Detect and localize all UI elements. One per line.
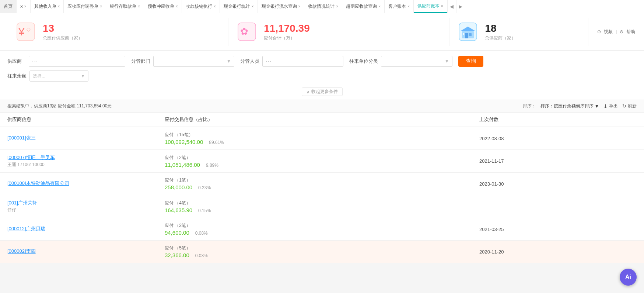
last-payment-4: 2021-03-25 (479, 227, 637, 232)
col-header-payable: 应付交易信息（占比） (165, 116, 479, 123)
table-body: [000001]张三 应付 （15笔） 100,092,540.00 89.61… (0, 127, 644, 263)
nav-cash-stat[interactable]: 现金银行统计 × (220, 0, 258, 13)
nav-close-bank[interactable]: × (138, 4, 140, 8)
unit-class-select[interactable]: ▼ (381, 56, 452, 67)
help-icon: ⊙ (620, 29, 623, 34)
nav-next[interactable]: ▶ (456, 0, 465, 13)
nav-close-supplier-book[interactable]: × (441, 4, 443, 8)
search-button[interactable]: 查询 (458, 56, 483, 67)
nav-close-collection-stat[interactable]: × (336, 4, 338, 8)
collapse-label: 收起更多条件 (311, 89, 338, 95)
result-actions: 排序： 排序：按应付余额倒序排序 ▼ ⤓ 导出 ↻ 刷新 (523, 103, 637, 109)
nav-collection-exec[interactable]: 收款核销执行 × (182, 0, 220, 13)
table-row: [000002]李四 应付 （5笔） 32,366.00 0.03% 2020-… (0, 241, 644, 263)
nav-prev[interactable]: ◀ (447, 0, 456, 13)
nav-close-overdue-ar[interactable]: × (378, 4, 381, 8)
payable-info-3: 应付 （4笔） 164,635.90 0.15% (165, 200, 479, 213)
person-label: 分管人员 (240, 58, 259, 65)
nav-close-tab3[interactable]: × (24, 4, 27, 8)
unit-class-chevron: ▼ (445, 59, 449, 64)
table-row: [000100]本特勒油品有限公司 应付 （1笔） 258,000.00 0.2… (0, 173, 644, 195)
refresh-button[interactable]: ↻ 刷新 (622, 103, 637, 109)
collapse-bar: ∧ 收起更多条件 (7, 85, 637, 96)
supplier-link-4[interactable]: [000012]广州贝瑞 (7, 226, 45, 231)
supplier-link-3[interactable]: [001]广州荣轩 (7, 200, 37, 206)
video-link[interactable]: 视频 (604, 29, 613, 35)
table-row: [000007]恒旺二手叉车 王通 17106110000 应付 （2笔） 11… (0, 150, 644, 173)
supplier-contact-1: 王通 17106110000 (7, 162, 165, 168)
nav-collection-stat[interactable]: 收款情况统计 × (304, 0, 342, 13)
refresh-label: 刷新 (628, 103, 637, 109)
supplier-contact-3: 仔仔 (7, 207, 165, 213)
nav-close-ar-ap[interactable]: × (100, 4, 102, 8)
payable-percent-0: 89.61% (209, 140, 224, 145)
supplier-link-1[interactable]: [000007]恒旺二手叉车 (7, 155, 55, 160)
summary-total-amount-text: 11,170.39 应付合计（万） (264, 22, 310, 42)
nav-cash-flow[interactable]: 现金银行流水查询 × (258, 0, 305, 13)
col-header-last-payment: 上次付数 (479, 116, 637, 123)
payable-percent-5: 0.03% (195, 253, 208, 258)
total-amount-label: 应付合计（万） (264, 35, 310, 41)
supplier-dots: ··· (32, 58, 38, 65)
collapse-button[interactable]: ∧ 收起更多条件 (302, 87, 343, 96)
table-row: [000012]广州贝瑞 应付 （2笔） 94,600.00 0.08% 202… (0, 218, 644, 241)
nav-supplier-book[interactable]: 供应商账本 × (414, 0, 447, 13)
help-link[interactable]: 帮助 (626, 29, 635, 35)
summary-card-total-suppliers: 18 总供应商（家） (449, 18, 588, 46)
table-row: [001]广州荣轩 仔仔 应付 （4笔） 164,635.90 0.15% (0, 195, 644, 218)
nav-customer-book[interactable]: 客户账本 × (385, 0, 414, 13)
nav-bank-deposit[interactable]: 银行存取款单 × (106, 0, 144, 13)
summary-payable-suppliers-text: 13 总应付供应商（家） (43, 22, 83, 42)
balance-chevron: ▼ (81, 73, 85, 79)
balance-label: 往来余额 (7, 73, 27, 79)
total-amount-number: 11,170.39 (264, 22, 310, 35)
nav-prepay-ar[interactable]: 预收冲应收单 × (144, 0, 182, 13)
nav-close-other-income[interactable]: × (58, 4, 60, 8)
supplier-info-4: [000012]广州贝瑞 (7, 225, 165, 233)
nav-other-income[interactable]: 其他收入单 × (31, 0, 64, 13)
nav-tab3[interactable]: 3 × (17, 0, 31, 13)
nav-close-cash-flow[interactable]: × (298, 4, 301, 8)
filter-area: 供应商 ··· 分管部门 ▼ 分管人员 ··· (0, 51, 644, 100)
supplier-select[interactable]: ··· (29, 56, 125, 67)
payable-info-0: 应付 （15笔） 100,092,540.00 89.61% (165, 132, 479, 145)
supplier-info-1: [000007]恒旺二手叉车 王通 17106110000 (7, 154, 165, 168)
collapse-icon: ∧ (307, 89, 310, 94)
supplier-link-5[interactable]: [000002]李四 (7, 248, 36, 254)
payable-suppliers-label: 总应付供应商（家） (43, 35, 83, 41)
nav-close-customer-book[interactable]: × (407, 4, 410, 8)
nav-close-prepay[interactable]: × (176, 4, 178, 8)
refresh-icon: ↻ (622, 103, 626, 109)
payable-amount-3: 164,635.90 (165, 207, 192, 213)
payable-supplier-icon: ¥ ◇ (15, 21, 37, 43)
total-suppliers-label: 总供应商（家） (485, 35, 516, 41)
payable-percent-4: 0.08% (195, 231, 208, 236)
person-select[interactable]: ··· (262, 56, 343, 67)
nav-home[interactable]: 首页 (0, 0, 17, 13)
result-summary: 搜索结果中，供应商13家 应付金额 111,703,854.00元 (7, 103, 112, 109)
sort-button[interactable]: 排序：按应付余额倒序排序 ▼ (540, 103, 599, 109)
nav-close-cash-stat[interactable]: × (252, 4, 254, 8)
supplier-label: 供应商 (7, 58, 26, 65)
nav-ar-ap-adjust[interactable]: 应收应付调整单 × (64, 0, 106, 13)
summary-total-suppliers-text: 18 总供应商（家） (485, 22, 516, 42)
nav-close-collection-exec[interactable]: × (214, 4, 216, 8)
payable-percent-1: 9.89% (206, 163, 218, 168)
filter-row-2: 往来余额 选择... ▼ (7, 70, 637, 82)
filter-row-1: 供应商 ··· 分管部门 ▼ 分管人员 ··· (7, 56, 637, 67)
payable-percent-2: 0.23% (198, 185, 211, 190)
col-header-supplier: 供应商信息 (7, 116, 165, 123)
last-payment-2: 2023-01-30 (479, 181, 637, 187)
supplier-link-0[interactable]: [000001]张三 (7, 135, 36, 141)
dept-select[interactable]: ▼ (153, 56, 234, 67)
sort-chevron-icon: ▼ (595, 104, 599, 109)
export-button[interactable]: ⤓ 导出 (603, 103, 618, 109)
balance-placeholder: 选择... (33, 73, 45, 79)
nav-overdue-ar[interactable]: 超期应收款查询 × (342, 0, 385, 13)
payable-percent-3: 0.15% (198, 208, 211, 213)
balance-select[interactable]: 选择... ▼ (29, 70, 88, 82)
last-payment-5: 2020-11-20 (479, 249, 637, 255)
supplier-info-0: [000001]张三 (7, 135, 165, 142)
supplier-link-2[interactable]: [000100]本特勒油品有限公司 (7, 180, 69, 186)
payable-amount-2: 258,000.00 (165, 184, 192, 190)
